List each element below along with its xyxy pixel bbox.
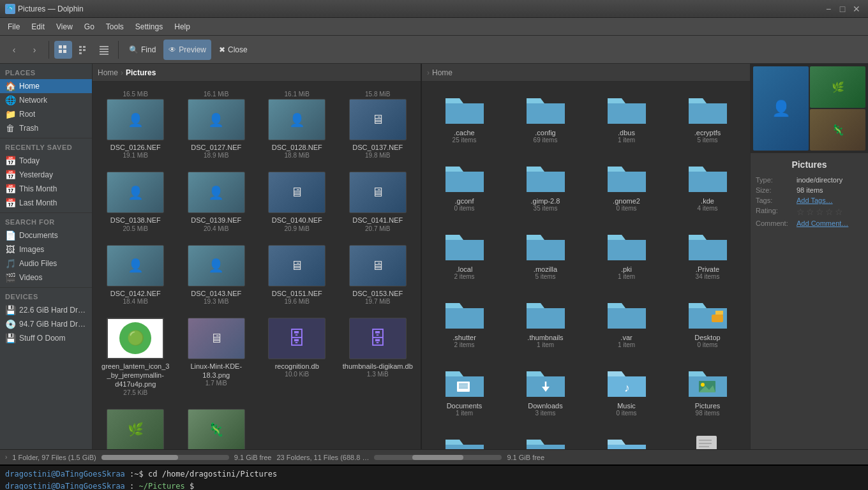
list-item[interactable]: 👤 DSC_0139.NEF 20.4 MiB (179, 168, 255, 235)
star-1[interactable]: ☆ (797, 207, 805, 217)
star-3[interactable]: ☆ (816, 207, 824, 217)
green-lantern-icon: 🟢 (119, 322, 151, 354)
sidebar-item-yesterday[interactable]: 📅 Yesterday (0, 168, 92, 182)
list-item[interactable]: .mozilla 5 items (508, 223, 583, 285)
list-item[interactable]: Desktop 0 items (670, 292, 745, 353)
sidebar-item-images[interactable]: 🖼 Images (0, 242, 92, 256)
details-view-button[interactable] (95, 41, 113, 59)
folder-icon (444, 297, 485, 331)
compact-view-button[interactable] (75, 41, 93, 59)
menu-item-view[interactable]: View (51, 20, 78, 33)
list-item[interactable]: 🖥 DSC_0151.NEF 19.6 MiB (259, 241, 335, 309)
left-scrollbar[interactable] (101, 455, 229, 460)
list-item[interactable]: .thumbnails 1 item (508, 292, 583, 353)
star-4[interactable]: ☆ (825, 207, 834, 217)
sidebar-item-stuff-doom[interactable]: 💾 Stuff O Doom (0, 331, 92, 345)
list-item[interactable]: .config 69 items (508, 87, 583, 149)
list-item[interactable]: .gimp-2.8 35 items (508, 155, 583, 217)
left-pane-header: Home › Pictures (93, 64, 421, 82)
statusbar-chevron-left[interactable]: › (5, 454, 7, 461)
menu-item-tools[interactable]: Tools (101, 20, 129, 33)
sidebar-item-root[interactable]: 📁 Root (0, 107, 92, 121)
list-item[interactable]: .var 1 item (589, 292, 664, 353)
menu-item-file[interactable]: File (3, 20, 25, 33)
sidebar-item-documents[interactable]: 📄 Documents (0, 228, 92, 242)
info-row-type: Type: inode/directory (756, 176, 863, 184)
left-pane-scroll[interactable]: 16.5 MiB 👤 DSC_0126.NEF 19.1 MiB 16.1 Mi… (93, 82, 421, 449)
list-item[interactable]: 🟢 green_lantern_icon_3_by_jeremymallin-d… (98, 314, 174, 400)
star-2[interactable]: ☆ (806, 207, 814, 217)
breadcrumb-home[interactable]: Home (98, 68, 118, 77)
star-rating[interactable]: ☆ ☆ ☆ ☆ ☆ (797, 207, 843, 217)
list-item[interactable]: Templates 0 items (508, 428, 583, 449)
folder-name: Documents (447, 402, 483, 410)
close-split-label: Close (228, 45, 248, 54)
list-item[interactable]: 🗄 thumbnails-digikam.db 1.3 MiB (340, 314, 416, 400)
sidebar-label-documents: Documents (19, 231, 58, 240)
sidebar-item-trash[interactable]: 🗑 Trash (0, 121, 92, 135)
close-split-button[interactable]: ✖ Close (214, 40, 253, 60)
info-comment-link[interactable]: Add Comment… (797, 219, 848, 227)
list-item[interactable]: .cache 25 items (427, 87, 502, 149)
find-button[interactable]: 🔍 Find (124, 40, 161, 60)
list-item[interactable]: .pki 1 item (589, 223, 664, 285)
list-item[interactable]: Documents 1 item (427, 360, 502, 422)
list-item[interactable]: .gnome2 0 items (589, 155, 664, 217)
list-item[interactable]: .kde 4 items (670, 155, 745, 217)
svg-rect-2 (59, 50, 62, 53)
menu-item-edit[interactable]: Edit (26, 20, 50, 33)
list-item[interactable]: 🌿 UpCC9rk.jpg 531.1 KiB (98, 405, 174, 449)
sidebar-item-last-month[interactable]: 📅 Last Month (0, 196, 92, 210)
list-item[interactable]: 🖥 DSC_0140.NEF 20.9 MiB (259, 168, 335, 235)
star-5[interactable]: ☆ (835, 207, 843, 217)
forward-button[interactable]: › (26, 41, 43, 59)
sidebar-item-today[interactable]: 📅 Today (0, 154, 92, 168)
list-item[interactable]: 🦎 uvq5vscitxgz.png 295.0 KiB (179, 405, 255, 449)
sidebar-item-audio[interactable]: 🎵 Audio Files (0, 256, 92, 271)
list-item[interactable]: Pictures 98 items (670, 360, 745, 422)
close-button[interactable]: ✕ (850, 3, 863, 15)
list-item[interactable]: .local 2 items (427, 223, 502, 285)
menu-item-help[interactable]: Help (169, 20, 195, 33)
list-item[interactable]: 16.5 MiB 👤 DSC_0126.NEF 19.1 MiB (98, 87, 174, 163)
list-item[interactable]: .ecryptfs 5 items (670, 87, 745, 149)
list-item[interactable]: 🖥 DSC_0141.NEF 20.7 MiB (340, 168, 416, 235)
list-item[interactable]: 🖥 DSC_0153.NEF 19.7 MiB (340, 241, 416, 309)
list-item[interactable]: .Private 34 items (670, 223, 745, 285)
right-pane-scroll[interactable]: .cache 25 items .config 69 items (422, 82, 750, 449)
list-item[interactable]: 16.1 MiB 👤 DSC_0128.NEF 18.8 MiB (259, 87, 335, 163)
list-item[interactable]: ♪ Music 0 items (589, 360, 664, 422)
menu-item-go[interactable]: Go (79, 20, 100, 33)
folder-count: 1 item (618, 137, 635, 144)
info-tags-link[interactable]: Add Tags… (797, 197, 833, 204)
back-button[interactable]: ‹ (5, 41, 23, 59)
file-name: DSC_0151.NEF (272, 289, 322, 298)
list-item[interactable]: Downloads 3 items (508, 360, 583, 422)
list-item[interactable]: .gconf 0 items (427, 155, 502, 217)
menu-item-settings[interactable]: Settings (130, 20, 168, 33)
preview-button[interactable]: 👁 Preview (163, 40, 211, 60)
list-item[interactable]: 🖥 Linux-Mint-KDE-18.3.png 1.7 MiB (179, 314, 255, 400)
maximize-button[interactable]: □ (836, 3, 849, 15)
sidebar-item-this-month[interactable]: 📅 This Month (0, 182, 92, 196)
right-breadcrumb-home[interactable]: Home (432, 68, 453, 77)
list-item[interactable]: Public 0 items (427, 428, 502, 449)
icons-view-button[interactable] (54, 41, 72, 59)
list-item[interactable]: 16.1 MiB 👤 DSC_0127.NEF 18.9 MiB (179, 87, 255, 163)
list-item[interactable]: .bash_history (670, 428, 745, 449)
list-item[interactable]: 👤 DSC_0138.NEF 20.5 MiB (98, 168, 174, 235)
list-item[interactable]: 🗄 recognition.db 10.0 KiB (259, 314, 335, 400)
list-item[interactable]: .shutter 2 items (427, 292, 502, 353)
sidebar-item-hdd1[interactable]: 💾 22.6 GiB Hard Driv… (0, 303, 92, 317)
list-item[interactable]: 15.8 MiB 🖥 DSC_0137.NEF 19.8 MiB (340, 87, 416, 163)
sidebar-item-hdd2[interactable]: 💿 94.7 GiB Hard Driv… (0, 317, 92, 331)
sidebar-item-home[interactable]: 🏠 Home (0, 79, 92, 93)
minimize-button[interactable]: − (822, 3, 835, 15)
sidebar-item-videos[interactable]: 🎬 Videos (0, 271, 92, 285)
list-item[interactable]: .dbus 1 item (589, 87, 664, 149)
list-item[interactable]: 👤 DSC_0143.NEF 19.3 MiB (179, 241, 255, 309)
list-item[interactable]: Videos 0 items (589, 428, 664, 449)
sidebar-item-network[interactable]: 🌐 Network (0, 93, 92, 107)
right-scrollbar[interactable] (374, 455, 502, 460)
list-item[interactable]: 👤 DSC_0142.NEF 18.4 MiB (98, 241, 174, 309)
